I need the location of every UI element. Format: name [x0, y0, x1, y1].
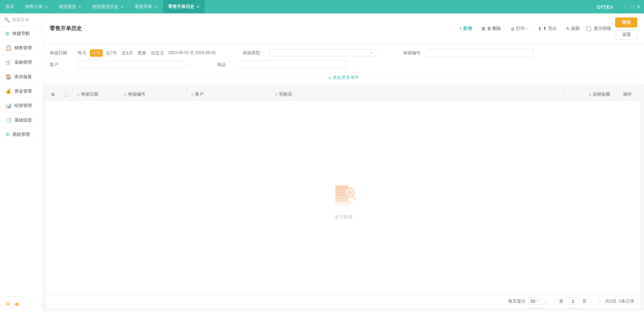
settings-button[interactable]: 设置 [616, 30, 637, 40]
type-filter-select[interactable]: ∨ [269, 49, 376, 56]
tab-sales-order-close[interactable]: ✕ [45, 5, 48, 9]
sidebar-search[interactable]: 🔍 搜索采单 [0, 13, 43, 27]
refresh-button[interactable]: ↻ 刷新 [563, 24, 583, 33]
sidebar-item-purchase-mgmt-label: 采购管理 [14, 59, 32, 65]
sidebar-item-finance-label: 资金管理 [14, 88, 32, 94]
customer-filter-dots[interactable]: ··· [187, 62, 190, 67]
sidebar-item-quick-nav-label: 快捷导航 [12, 31, 30, 37]
date-btn-month[interactable]: 近1月 [120, 49, 134, 57]
customer-filter-label: 客户 [50, 62, 77, 68]
delete-icon: 🗑 [481, 26, 486, 31]
th-customer[interactable]: ⇅ 客户 [187, 88, 271, 101]
sidebar-item-quick-nav[interactable]: ⊞ 快捷导航 [0, 27, 43, 41]
tab-retail-history[interactable]: 零售开单历史 ✕ [163, 0, 205, 13]
show-detail-toggle[interactable]: 显示明细 [587, 25, 611, 32]
sidebar-item-operations[interactable]: 📊 经营管理 [0, 99, 43, 113]
tab-retail-history-close[interactable]: ✕ [196, 5, 199, 9]
brand-logo: OfTEn [597, 4, 613, 10]
operations-icon: 📊 [5, 103, 12, 109]
sidebar-item-sales-mgmt[interactable]: 📋 销售管理 [0, 41, 43, 55]
tab-retail-open[interactable]: 零售开单 ✕ [129, 0, 163, 13]
th-amount[interactable]: ⇅ 实销金额 [564, 88, 614, 101]
total-info: 共0页, 0条记录 [605, 298, 634, 304]
svg-rect-5 [336, 194, 345, 195]
per-page-select[interactable]: 50 ∨ [528, 298, 541, 305]
top-bar: 首页 销售订单 ✕ 销货退货 ✕ 销货退货历史 ✕ 零售开单 ✕ 零售开单历史 … [0, 0, 644, 13]
th-guide-label: 导购员 [279, 91, 292, 97]
sidebar-item-inventory[interactable]: 🏠 库存核算 [0, 70, 43, 84]
delete-button[interactable]: 🗑 🗑 删除 [479, 24, 504, 33]
tab-sales-return-history-close[interactable]: ✕ [120, 5, 123, 9]
number-filter-input[interactable] [426, 49, 533, 57]
maximize-button[interactable]: □ [630, 4, 634, 10]
th-number[interactable]: ⇅ 单据编号 [120, 88, 187, 101]
date-btn-yesterday[interactable]: 昨天 [77, 49, 88, 57]
goods-filter-label: 商品 [217, 62, 237, 68]
table-wrapper: ⚙ ⇅ 单据日期 ⇅ 单据编号 ⇅ 客户 ⇅ [46, 88, 641, 308]
tab-sales-return-history[interactable]: 销货退货历史 ✕ [87, 0, 129, 13]
delete-label: 🗑 删除 [487, 25, 501, 32]
query-settings-group: 查询 设置 [615, 17, 637, 40]
search-icon: 🔍 [4, 17, 10, 22]
per-page-value: 50 [531, 299, 535, 304]
th-settings[interactable]: ⚙ [46, 88, 60, 101]
empty-state: 暂无数据 [46, 101, 641, 294]
tab-home[interactable]: 首页 [0, 0, 20, 13]
sort-date-icon: ⇅ [77, 93, 80, 96]
filter-row-customer: 客户 ··· 商品 ··· [50, 60, 637, 69]
tab-sales-return-history-label: 销货退货历史 [92, 4, 118, 10]
tab-retail-open-close[interactable]: ✕ [154, 5, 157, 9]
per-page-label: 每页显示 [508, 298, 526, 304]
goods-filter-dots[interactable]: ··· [353, 62, 356, 67]
sort-number-icon: ⇅ [124, 93, 127, 96]
date-btn-custom[interactable]: 自定义 [150, 49, 165, 57]
show-detail-checkbox[interactable] [587, 27, 591, 31]
sidebar-item-sys-mgmt[interactable]: ⚙ 系统管理 [0, 127, 43, 142]
svg-point-0 [334, 202, 353, 206]
add-button[interactable]: + 新增 [457, 24, 475, 33]
tab-sales-order[interactable]: 销售订单 ✕ [20, 0, 53, 13]
tab-sales-return-label: 销货退货 [59, 4, 76, 10]
close-button[interactable]: ✕ [636, 4, 641, 10]
goods-filter-input[interactable] [240, 60, 347, 69]
sidebar-collapse-button[interactable]: ◀ [14, 301, 18, 307]
query-button[interactable]: 查询 [615, 17, 637, 28]
customer-filter-input[interactable] [77, 60, 184, 69]
inventory-icon: 🏠 [5, 74, 12, 80]
toolbar-actions: + 新增 🗑 🗑 删除 🖨 打印 ∨ ⬆ ⬆ 导出 ↻ 刷新 [457, 17, 637, 40]
date-btn-more[interactable]: 更多 [136, 49, 148, 57]
filter-row-date: 单据日期 昨天 今天 近7天 近1月 更多 自定义 2023-06-02 至 2… [50, 49, 637, 57]
minimize-button[interactable]: － [622, 3, 628, 10]
tab-retail-open-label: 零售开单 [135, 4, 152, 10]
print-button[interactable]: 🖨 打印 ∨ [508, 24, 531, 33]
th-amount-label: 实销金额 [593, 91, 610, 97]
sidebar-item-finance[interactable]: 💰 资金管理 [0, 84, 43, 99]
last-page-button[interactable]: ⟩⟩ [596, 299, 602, 304]
sidebar-item-operations-label: 经营管理 [14, 103, 32, 109]
purchase-mgmt-icon: 🛒 [5, 59, 12, 65]
prev-page-button[interactable]: ⟨ [552, 299, 556, 304]
th-check[interactable] [60, 88, 73, 101]
page-title: 零售开单历史 [50, 25, 82, 32]
page-word: 第 [559, 298, 563, 304]
date-btn-week[interactable]: 近7天 [105, 49, 118, 57]
first-page-button[interactable]: ⟨⟨ [543, 299, 549, 304]
sidebar-settings-button[interactable]: ⚙ [5, 301, 10, 307]
page-number-input[interactable] [566, 298, 580, 305]
tab-sales-return-close[interactable]: ✕ [78, 5, 81, 9]
th-guide[interactable]: ⇅ 导购员 [271, 88, 564, 101]
export-button[interactable]: ⬆ ⬆ 导出 [535, 24, 559, 33]
th-action: 操作 [614, 88, 641, 101]
sidebar-item-base-info[interactable]: 📑 基础信息 [0, 113, 43, 127]
svg-line-9 [353, 196, 355, 199]
collapse-button[interactable]: ∧ 收起更多条件 [50, 72, 637, 81]
select-all-checkbox[interactable] [64, 92, 68, 97]
tab-home-label: 首页 [5, 4, 14, 10]
tab-sales-return[interactable]: 销货退货 ✕ [53, 0, 87, 13]
top-bar-right: OfTEn [591, 4, 619, 10]
pagination: 每页显示 50 ∨ ⟨⟨ ⟨ 第 页 ⟩ ⟩⟩ 共0页, 0条记录 [46, 294, 641, 308]
th-date[interactable]: ⇅ 单据日期 [73, 88, 120, 101]
next-page-button[interactable]: ⟩ [589, 299, 594, 304]
sidebar-item-purchase-mgmt[interactable]: 🛒 采购管理 [0, 55, 43, 70]
date-btn-today[interactable]: 今天 [90, 49, 103, 57]
